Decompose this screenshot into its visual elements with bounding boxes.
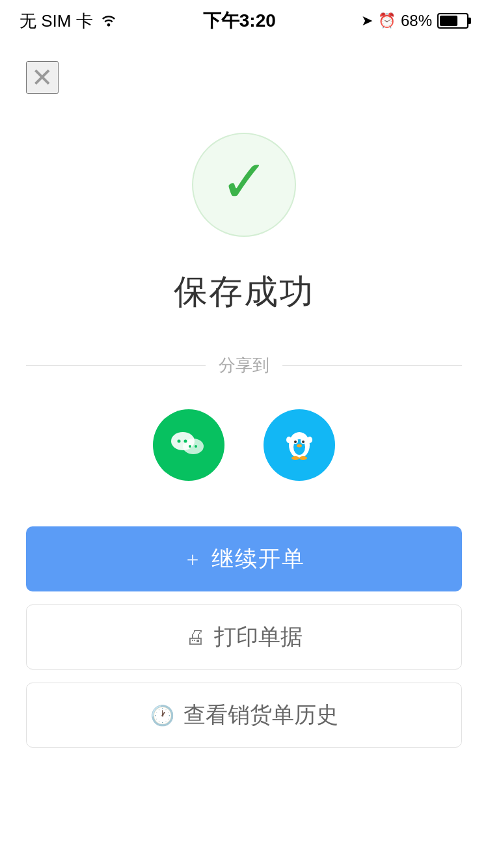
- plus-icon: ＋: [183, 546, 202, 573]
- svg-point-16: [299, 456, 307, 460]
- history-button[interactable]: 🕐 查看销货单历史: [26, 683, 462, 748]
- action-buttons: ＋ 继续开单 🖨 打印单据 🕐 查看销货单历史: [26, 526, 462, 748]
- print-label: 打印单据: [214, 622, 303, 652]
- sim-status: 无 SIM 卡: [20, 10, 93, 33]
- svg-point-13: [286, 437, 291, 443]
- divider-left: [26, 365, 206, 366]
- success-title: 保存成功: [174, 269, 314, 315]
- share-label: 分享到: [219, 354, 269, 377]
- continue-label: 继续开单: [211, 544, 305, 574]
- svg-point-3: [184, 440, 187, 443]
- svg-point-15: [291, 456, 299, 460]
- qq-icon: [280, 426, 319, 465]
- status-time: 下午3:20: [203, 8, 276, 33]
- print-button[interactable]: 🖨 打印单据: [26, 604, 462, 670]
- main-content: ✕ ✓ 保存成功 分享到: [0, 42, 488, 748]
- wechat-share-button[interactable]: [153, 409, 224, 481]
- svg-point-14: [307, 437, 312, 443]
- svg-point-2: [178, 440, 181, 443]
- status-left: 无 SIM 卡: [20, 10, 118, 33]
- success-circle: ✓: [192, 133, 296, 237]
- qq-share-button[interactable]: [264, 409, 335, 481]
- battery-indicator: [437, 13, 468, 29]
- history-icon: 🕐: [150, 704, 174, 727]
- history-label: 查看销货单历史: [183, 700, 338, 730]
- close-icon: ✕: [31, 64, 53, 90]
- svg-point-11: [302, 441, 305, 443]
- share-section: 分享到: [26, 354, 462, 377]
- divider-right: [282, 365, 462, 366]
- battery-percent: 68%: [401, 12, 432, 30]
- status-bar: 无 SIM 卡 下午3:20 ➤ ⏰ 68%: [0, 0, 488, 42]
- social-icons-row: [153, 409, 335, 481]
- print-icon: 🖨: [185, 626, 205, 648]
- svg-point-12: [297, 444, 302, 448]
- close-button[interactable]: ✕: [26, 61, 59, 94]
- svg-point-10: [294, 441, 297, 443]
- alarm-icon: ⏰: [378, 12, 396, 29]
- continue-button[interactable]: ＋ 继续开单: [26, 526, 462, 591]
- svg-point-5: [195, 445, 197, 448]
- wifi-icon: [100, 11, 118, 31]
- wechat-icon: [169, 428, 209, 462]
- status-right: ➤ ⏰ 68%: [361, 12, 468, 30]
- svg-point-4: [189, 445, 191, 448]
- location-icon: ➤: [361, 12, 373, 29]
- checkmark-icon: ✓: [220, 152, 269, 211]
